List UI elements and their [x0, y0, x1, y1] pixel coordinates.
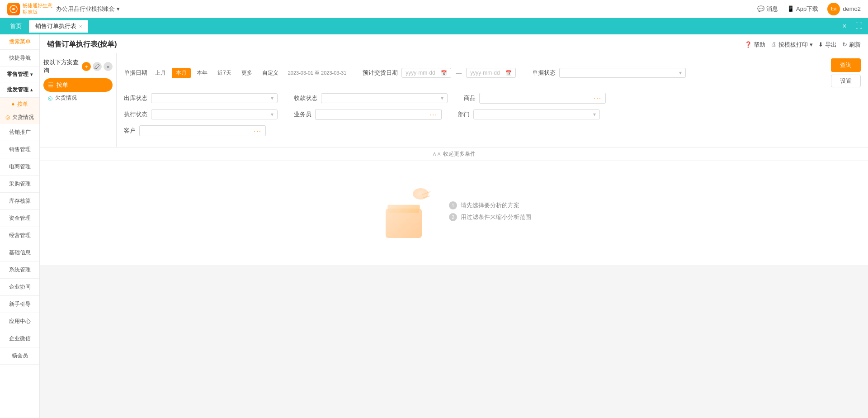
date-filter-field: 单据日期 上月 本月 本年 近7天 更多 自定义 2023-03-01 至 20… — [124, 68, 346, 78]
date-btn-this-month[interactable]: 本月 — [172, 68, 191, 78]
user-profile[interactable]: Ea demo2 — [827, 3, 861, 15]
message-action[interactable]: 💬 消息 — [757, 5, 778, 13]
chevron-down-icon-exec: ▾ — [271, 111, 274, 118]
company-selector[interactable]: 办公用品行业模拟账套 ▾ — [56, 5, 120, 13]
sidebar-search-area[interactable]: 搜索菜单 — [0, 34, 39, 50]
main-layout: 搜索菜单 快捷导航 零售管理 ▾ 批发管理 ▴ ● 按单 ◎ 欠货情况 营销推广… — [0, 34, 868, 418]
circle-icon-orders: ● — [11, 101, 14, 107]
sidebar-item-purchase[interactable]: 采购管理 — [0, 176, 39, 193]
status-select[interactable]: ▾ — [559, 68, 686, 78]
status-filter-field: 单据状态 ▾ — [532, 68, 686, 78]
expected-date-field: 预计交货日期 yyyy-mm-dd 📅 — yyyy-mm-dd 📅 — [363, 68, 516, 78]
tip-num-1: 1 — [449, 201, 457, 209]
filter-panel: 按以下方案查询 + « ☰ 按单 ◎ 欠货情况 — [40, 53, 868, 147]
customer-select[interactable]: ··· — [139, 125, 266, 136]
sidebar-search-label[interactable]: 搜索菜单 — [3, 38, 37, 46]
sidebar-sub-orders[interactable]: ● 按单 — [0, 98, 39, 111]
customer-more-icon[interactable]: ··· — [254, 127, 262, 134]
company-name: 办公用品行业模拟账套 — [56, 5, 115, 13]
sidebar-quick-nav[interactable]: 快捷导航 — [0, 50, 39, 67]
filter-scheme-sidebar: 按以下方案查询 + « ☰ 按单 ◎ 欠货情况 — [40, 53, 117, 147]
sidebar-label-ecommerce: 电商管理 — [9, 163, 31, 170]
department-select[interactable]: ▾ — [473, 109, 600, 119]
expected-date-label: 预计交货日期 — [363, 69, 398, 77]
sidebar-sub-credit[interactable]: ◎ 欠货情况 — [0, 111, 39, 124]
collapse-scheme-button[interactable]: « — [104, 62, 113, 71]
export-label: 导出 — [825, 41, 837, 49]
sidebar-item-newbie[interactable]: 新手引导 — [0, 296, 39, 313]
delivery-status-select[interactable]: ▾ — [151, 93, 278, 103]
sidebar-item-marketing[interactable]: 营销推广 — [0, 124, 39, 141]
expected-date-end-input[interactable]: yyyy-mm-dd 📅 — [466, 68, 516, 78]
expected-date-start-input[interactable]: yyyy-mm-dd 📅 — [401, 68, 451, 78]
sidebar-item-stock[interactable]: 库存核算 — [0, 193, 39, 210]
date-btn-last-month[interactable]: 上月 — [151, 68, 170, 78]
tip-2-text: 用过滤条件来缩小分析范围 — [461, 213, 531, 221]
refresh-button[interactable]: ↻ 刷新 — [842, 41, 861, 49]
sidebar-item-enterprise[interactable]: 企业协同 — [0, 279, 39, 296]
sidebar-item-zero-retail[interactable]: 零售管理 ▾ — [0, 67, 39, 82]
product-more-icon[interactable]: ··· — [594, 95, 602, 102]
scheme-sub-label-credit: 欠货情况 — [55, 94, 77, 102]
sidebar-label-wholesale: 批发管理 — [7, 86, 28, 94]
window-close-btn[interactable]: × — [839, 21, 850, 32]
sidebar-item-basic[interactable]: 基础信息 — [0, 244, 39, 261]
help-label: 帮助 — [754, 41, 765, 49]
calendar-icon-start: 📅 — [441, 70, 447, 76]
user-name: demo2 — [843, 5, 861, 12]
edit-scheme-button[interactable] — [93, 62, 102, 71]
department-field: 部门 ▾ — [458, 109, 600, 119]
salesperson-select[interactable]: ··· — [315, 109, 442, 120]
sidebar-item-sales[interactable]: 销售管理 — [0, 141, 39, 158]
filter-row-2: 出库状态 ▾ 收款状态 ▾ 商品 — [124, 93, 861, 104]
export-icon: ⬇ — [818, 41, 823, 48]
chevron-down-icon-zero-retail: ▾ — [30, 72, 33, 77]
payment-status-label: 收款状态 — [294, 94, 317, 102]
collapse-filter-bar[interactable]: ∧∧ 收起更多条件 — [40, 147, 868, 161]
sidebar-item-finance[interactable]: 资金管理 — [0, 210, 39, 227]
exec-status-select[interactable]: ▾ — [151, 109, 278, 119]
search-button[interactable]: 查询 — [831, 58, 861, 72]
sidebar-item-wechat[interactable]: 企业微信 — [0, 330, 39, 347]
help-button[interactable]: ❓ 帮助 — [745, 41, 765, 49]
settings-button[interactable]: 设置 — [831, 75, 861, 87]
date-quick-btns: 上月 本月 本年 近7天 更多 自定义 — [151, 68, 283, 78]
scheme-item-orders[interactable]: ☰ 按单 — [43, 78, 113, 92]
filter-row-3: 执行状态 ▾ 业务员 ··· 部门 — [124, 109, 861, 120]
scheme-sub-credit[interactable]: ◎ 欠货情况 — [43, 92, 113, 104]
salesperson-more-icon[interactable]: ··· — [429, 111, 438, 118]
sidebar-item-wholesale[interactable]: 批发管理 ▴ — [0, 82, 39, 98]
date-btn-custom[interactable]: 自定义 — [258, 68, 283, 78]
product-select[interactable]: ··· — [479, 93, 606, 104]
chevron-down-icon-dept: ▾ — [593, 111, 596, 118]
window-expand-btn[interactable]: ⛶ — [854, 21, 864, 32]
tab-home[interactable]: 首页 — [4, 20, 28, 33]
payment-status-select[interactable]: ▾ — [321, 93, 448, 103]
sidebar-item-ecommerce[interactable]: 电商管理 — [0, 158, 39, 176]
sidebar-item-operations[interactable]: 经营管理 — [0, 227, 39, 244]
template-print-button[interactable]: 🖨 按模板打印 ▾ — [771, 41, 813, 49]
product-field: 商品 ··· — [464, 93, 606, 104]
export-button[interactable]: ⬇ 导出 — [818, 41, 837, 49]
sidebar-item-system[interactable]: 系统管理 — [0, 261, 39, 279]
box-fly — [413, 188, 429, 200]
date-btn-more[interactable]: 更多 — [237, 68, 256, 78]
scheme-list-icon: ☰ — [48, 81, 54, 89]
empty-tips: 1 请先选择要分析的方案 2 用过滤条件来缩小分析范围 — [449, 201, 531, 225]
calendar-icon-end: 📅 — [505, 70, 512, 76]
tab-close-icon[interactable]: × — [79, 24, 82, 29]
sidebar-item-app-center[interactable]: 应用中心 — [0, 313, 39, 330]
sidebar-sub-label-orders: 按单 — [17, 101, 28, 107]
date-start-placeholder: yyyy-mm-dd — [406, 70, 435, 76]
sidebar-item-member[interactable]: 畅会员 — [0, 347, 39, 365]
app-download-action[interactable]: 📱 App下载 — [787, 5, 818, 13]
exec-status-field: 执行状态 ▾ — [124, 109, 278, 119]
date-btn-this-year[interactable]: 本年 — [193, 68, 212, 78]
date-btn-7days[interactable]: 近7天 — [213, 68, 236, 78]
sidebar-label-enterprise: 企业协同 — [9, 284, 31, 290]
add-scheme-button[interactable]: + — [82, 62, 91, 71]
message-icon: 💬 — [757, 5, 764, 12]
sidebar-label-basic: 基础信息 — [9, 249, 31, 256]
scheme-actions: + « — [82, 62, 113, 71]
tab-active[interactable]: 销售订单执行表 × — [29, 20, 88, 33]
